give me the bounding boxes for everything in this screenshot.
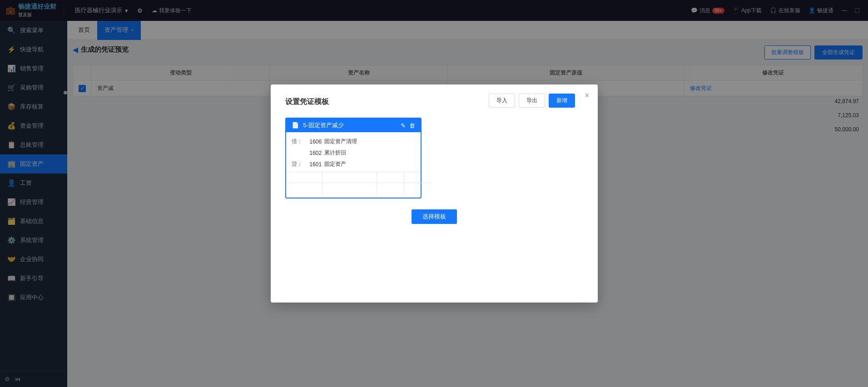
template-header-actions: ✎ 🗑 (401, 122, 415, 129)
modal-close-btn[interactable]: × (585, 91, 590, 100)
template-entry-row-3: 贷： 1601 固定资产 (286, 159, 421, 170)
entry-name-2: 累计折旧 (324, 149, 346, 157)
grid-cell-3 (377, 172, 404, 183)
template-entry-row-1: 借： 1606 固定资产清理 (286, 136, 421, 147)
template-delete-icon[interactable]: 🗑 (409, 122, 415, 129)
template-card-body: 借： 1606 固定资产清理 1602 累计折旧 贷： 1601 固定资产 (286, 132, 421, 198)
import-btn[interactable]: 导入 (489, 94, 515, 108)
grid-cell-2 (322, 172, 377, 183)
template-card-header: 📄 5-固定资产减少 ✎ 🗑 (286, 119, 421, 132)
modal-overlay[interactable]: 设置凭证模板 导入 导出 新增 × 📄 5-固定资产减少 ✎ 🗑 (0, 0, 868, 387)
grid-cell-6 (322, 183, 377, 194)
modal-dialog: 设置凭证模板 导入 导出 新增 × 📄 5-固定资产减少 ✎ 🗑 (271, 84, 598, 303)
template-card: 📄 5-固定资产减少 ✎ 🗑 借： 1606 固定资产清理 (285, 118, 422, 198)
entry-direction-3: 贷： (292, 160, 310, 168)
entry-account-1: 1606 (310, 139, 322, 145)
template-id-name: 5-固定资产减少 (303, 122, 344, 129)
modal-content: 📄 5-固定资产减少 ✎ 🗑 借： 1606 固定资产清理 (285, 118, 583, 224)
template-entry-row-2: 1602 累计折旧 (286, 147, 421, 159)
grid-cell-4 (404, 172, 432, 183)
entry-name-3: 固定资产 (324, 160, 346, 168)
grid-cell-5 (286, 183, 322, 194)
new-template-btn[interactable]: 新增 (549, 94, 575, 108)
entry-account-2: 1602 (310, 150, 322, 156)
template-edit-icon[interactable]: ✎ (401, 122, 406, 129)
grid-cell-1 (286, 172, 322, 183)
select-template-btn[interactable]: 选择模板 (412, 209, 457, 224)
entry-direction-1: 借： (292, 138, 310, 145)
grid-cell-7 (377, 183, 404, 194)
template-grid-area (286, 172, 421, 194)
export-btn[interactable]: 导出 (519, 94, 545, 108)
template-title: 📄 5-固定资产减少 (292, 121, 344, 129)
template-doc-icon: 📄 (292, 122, 299, 129)
grid-cell-8 (404, 183, 432, 194)
modal-header-actions: 导入 导出 新增 (489, 94, 575, 108)
entry-account-3: 1601 (310, 161, 322, 168)
entry-name-1: 固定资产清理 (324, 138, 357, 145)
